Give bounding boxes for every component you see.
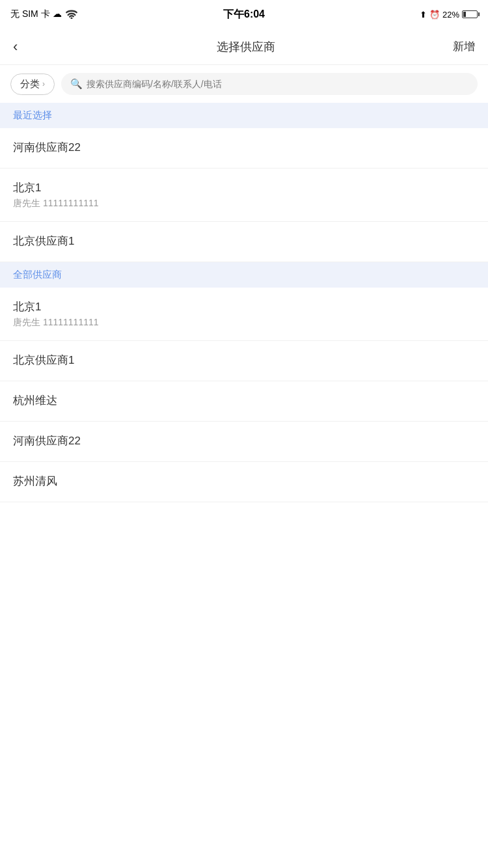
chevron-right-icon: ›	[42, 79, 45, 88]
supplier-name: 北京供应商1	[13, 234, 475, 249]
supplier-name: 北京供应商1	[13, 353, 475, 368]
alarm-icon: ⏰	[429, 10, 440, 20]
section-title-all: 全部供应商	[13, 269, 62, 280]
supplier-name: 苏州清风	[13, 474, 475, 489]
list-item[interactable]: 北京供应商1	[0, 222, 488, 262]
list-item[interactable]: 河南供应商22	[0, 128, 488, 169]
battery-icon	[462, 10, 478, 18]
section-title-recent: 最近选择	[13, 109, 52, 120]
wifi-icon	[66, 10, 77, 19]
supplier-name: 北京1	[13, 299, 475, 314]
nav-bar: ‹ 选择供应商 新增	[0, 29, 488, 65]
supplier-name: 杭州维达	[13, 393, 475, 408]
status-left: 无 SIM 卡 ☁	[10, 8, 77, 20]
list-item[interactable]: 苏州清风	[0, 462, 488, 502]
location-icon: ⬆	[420, 10, 427, 20]
status-time: 下午6:04	[223, 8, 265, 21]
search-input[interactable]	[87, 79, 468, 89]
list-item[interactable]: 北京供应商1	[0, 341, 488, 381]
supplier-name: 河南供应商22	[13, 140, 475, 155]
search-icon: 🔍	[70, 78, 83, 90]
list-item[interactable]: 杭州维达	[0, 381, 488, 422]
add-button[interactable]: 新增	[453, 39, 475, 54]
supplier-list: 最近选择河南供应商22北京1唐先生 11111111111北京供应商1全部供应商…	[0, 103, 488, 502]
category-label: 分类	[20, 78, 40, 90]
category-filter[interactable]: 分类 ›	[10, 74, 55, 95]
list-item[interactable]: 北京1唐先生 11111111111	[0, 288, 488, 341]
supplier-contact: 唐先生 11111111111	[13, 198, 475, 210]
section-header-recent: 最近选择	[0, 103, 488, 128]
supplier-contact: 唐先生 11111111111	[13, 317, 475, 329]
page-title: 选择供应商	[217, 39, 275, 55]
battery-percent: 22%	[442, 10, 459, 20]
back-button[interactable]: ‹	[13, 38, 39, 55]
section-header-all: 全部供应商	[0, 262, 488, 288]
list-item[interactable]: 河南供应商22	[0, 422, 488, 462]
supplier-name: 北京1	[13, 180, 475, 195]
status-right: ⬆ ⏰ 22%	[420, 10, 478, 20]
status-bar: 无 SIM 卡 ☁ 下午6:04 ⬆ ⏰ 22%	[0, 0, 488, 29]
sim-label: 无 SIM 卡 ☁	[10, 8, 62, 20]
supplier-name: 河南供应商22	[13, 433, 475, 448]
search-box[interactable]: 🔍	[61, 73, 478, 95]
list-item[interactable]: 北京1唐先生 11111111111	[0, 169, 488, 222]
filter-bar: 分类 › 🔍	[0, 65, 488, 103]
